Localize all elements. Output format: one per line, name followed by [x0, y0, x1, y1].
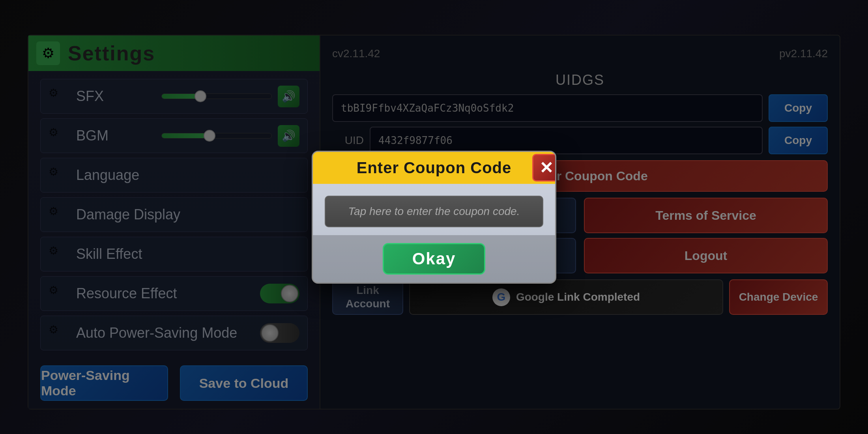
modal-header: Enter Coupon Code ✕	[313, 152, 555, 184]
coupon-modal: Enter Coupon Code ✕ Tap here to enter th…	[312, 151, 556, 284]
coupon-input-placeholder: Tap here to enter the coupon code.	[348, 205, 520, 218]
modal-title: Enter Coupon Code	[325, 159, 543, 177]
modal-close-button[interactable]: ✕	[532, 154, 556, 181]
modal-overlay[interactable]: Enter Coupon Code ✕ Tap here to enter th…	[0, 0, 868, 434]
modal-footer: Okay	[313, 235, 555, 282]
okay-button[interactable]: Okay	[383, 243, 485, 275]
coupon-input[interactable]: Tap here to enter the coupon code.	[325, 196, 543, 227]
modal-body: Tap here to enter the coupon code.	[313, 184, 555, 235]
